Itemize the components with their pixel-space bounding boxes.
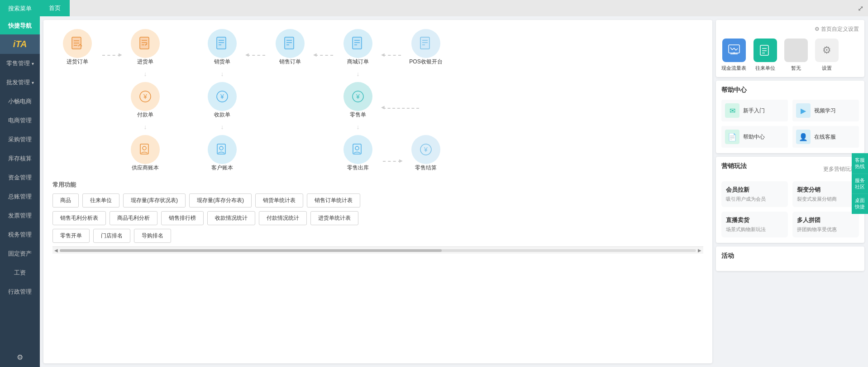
- func-btn-sales-order-stat[interactable]: 销售订单统计表: [307, 193, 360, 208]
- help-item-newbie[interactable]: ✉ 新手入门: [721, 100, 788, 121]
- group-card-title: 多人拼团: [797, 216, 854, 224]
- sidebar-item-tax[interactable]: 税务管理: [0, 225, 40, 244]
- common-funcs-title: 常用功能: [52, 181, 703, 189]
- svg-line-48: [732, 48, 734, 50]
- help-item-service[interactable]: 👤 在线客服: [792, 126, 859, 148]
- node-sales-receipt[interactable]: 销货单: [197, 29, 247, 66]
- sidebar-item-more[interactable]: 行政管理: [0, 282, 40, 301]
- tab-home[interactable]: 首页: [40, 0, 70, 16]
- func-row-1: 商品 往来单位 现存量(库存状况表) 现存量(库存分布表) 销货单统计表 销售订…: [52, 193, 703, 208]
- marketing-card-live[interactable]: 直播卖货 场景式购物新玩法: [721, 212, 788, 237]
- sidebar-settings-icon[interactable]: ⚙: [0, 348, 40, 367]
- float-btn-service[interactable]: 客服 热线: [852, 153, 868, 174]
- node-payment[interactable]: ¥ 付款单: [120, 82, 170, 119]
- node-label-retail-settlement: 零售结算: [415, 164, 437, 172]
- sidebar-item-fixed-assets[interactable]: 固定资产: [0, 244, 40, 263]
- func-btn-sales-stat[interactable]: 销货单统计表: [255, 193, 303, 208]
- node-circle-payment: ¥: [131, 82, 160, 111]
- func-btn-goods[interactable]: 商品: [52, 193, 79, 208]
- sidebar-inventory-label: 库存核算: [8, 155, 32, 163]
- expand-button[interactable]: ⤢: [853, 4, 868, 13]
- node-circle-retail-settlement: ¥: [411, 135, 440, 164]
- node-label-pos-open: POS收银开台: [409, 58, 442, 66]
- func-btn-sales-profit[interactable]: 销售毛利分析表: [52, 211, 106, 225]
- marketing-card-member[interactable]: 会员拉新 吸引用户成为会员: [721, 181, 788, 207]
- help-item-help[interactable]: 📄 帮助中心: [721, 126, 788, 148]
- node-mall-order[interactable]: 商城订单: [333, 29, 383, 66]
- quick-icon-contacts[interactable]: 往来单位: [754, 39, 777, 72]
- sidebar-ecom-mgr-label: 电商管理: [8, 116, 32, 125]
- node-purchase-order[interactable]: 进货订单: [52, 29, 102, 66]
- sidebar-purchase-label: 采购管理: [8, 135, 32, 144]
- sidebar-item-invoice[interactable]: 发票管理: [0, 206, 40, 225]
- fission-card-title: 裂变分销: [797, 186, 854, 194]
- func-btn-payment-stat[interactable]: 付款情况统计: [259, 211, 307, 225]
- func-btn-stock-status[interactable]: 现存量(库存状况表): [123, 193, 186, 208]
- func-btn-stock-dist[interactable]: 现存量(库存分布表): [189, 193, 252, 208]
- func-btn-purchase-stat[interactable]: 进货单统计表: [310, 211, 358, 225]
- sidebar-item-purchase[interactable]: 采购管理: [0, 130, 40, 149]
- sidebar-item-inventory[interactable]: 库存核算: [0, 149, 40, 168]
- service-icon: 👤: [796, 130, 811, 144]
- workflow-row-3-connectors: ↓ ↓ ↓: [52, 121, 703, 133]
- scroll-left-arrow[interactable]: ◀: [54, 248, 58, 253]
- sidebar-invoice-label: 发票管理: [8, 212, 32, 220]
- sidebar-item-retail[interactable]: 零售管理 ▾: [0, 54, 40, 73]
- settings-label: 设置: [822, 65, 832, 72]
- node-label-customer-account: 客户账本: [211, 164, 233, 172]
- marketing-card-group[interactable]: 多人拼团 拼团购物享受优惠: [792, 212, 859, 237]
- func-btn-store-rank[interactable]: 门店排名: [93, 229, 130, 243]
- scroll-right-arrow[interactable]: ▶: [698, 248, 701, 253]
- node-receipt[interactable]: ¥ 收款单: [197, 82, 247, 119]
- node-sales-order[interactable]: 销售订单: [265, 29, 315, 66]
- sidebar-item-ecom-mgr[interactable]: 电商管理: [0, 111, 40, 130]
- node-label-purchase-order: 进货订单: [67, 58, 88, 66]
- settings-gear-icon: ⚙: [822, 44, 831, 56]
- activity-section: 活动: [716, 246, 864, 271]
- func-btn-goods-profit[interactable]: 商品毛利分析: [110, 211, 157, 225]
- sidebar-item-finance[interactable]: 资金管理: [0, 168, 40, 187]
- svg-rect-15: [285, 37, 294, 49]
- sidebar-more-label: 行政管理: [8, 288, 32, 296]
- marketing-card-fission[interactable]: 裂变分销 裂变式发展分销商: [792, 181, 859, 207]
- node-retail-settlement[interactable]: ¥ 零售结算: [401, 135, 451, 172]
- node-circle-supplier: [131, 135, 160, 164]
- scroll-track[interactable]: [60, 249, 696, 252]
- chevron-down-icon: ▾: [32, 61, 34, 66]
- sidebar-retail-label: 零售管理: [6, 59, 30, 68]
- node-retail-outbound[interactable]: 零售出库: [333, 135, 383, 172]
- sidebar-search[interactable]: 搜索菜单: [0, 0, 40, 17]
- float-btn-community[interactable]: 服务 社区: [852, 174, 868, 194]
- left-panel: 进货订单: [43, 20, 712, 363]
- node-retail-bill[interactable]: ¥ 零售单: [333, 82, 383, 119]
- sidebar-item-ledger[interactable]: 总账管理: [0, 187, 40, 206]
- quick-icon-settings[interactable]: ⚙ 设置: [815, 39, 839, 72]
- node-purchase-receipt[interactable]: 进货单: [120, 29, 170, 66]
- node-label-supplier-account: 供应商账本: [132, 164, 159, 172]
- node-label-retail-bill: 零售单: [350, 111, 366, 119]
- sidebar-item-wholesale[interactable]: 批发管理 ▾: [0, 73, 40, 92]
- func-btn-contacts[interactable]: 往来单位: [82, 193, 119, 208]
- svg-text:¥: ¥: [220, 93, 224, 100]
- func-btn-retail-order[interactable]: 零售开单: [52, 229, 90, 243]
- contacts-icon-box: [754, 39, 777, 62]
- node-customer-account[interactable]: 客户账本: [197, 135, 247, 172]
- tab-bar: 首页 ⤢: [40, 0, 868, 16]
- node-pos-open[interactable]: POS收银开台: [401, 29, 451, 66]
- help-center-title: 帮助中心: [721, 86, 859, 94]
- sidebar-item-ecom-small[interactable]: 小畅电商: [0, 92, 40, 111]
- group-card-desc: 拼团购物享受优惠: [797, 226, 854, 233]
- float-btn-desktop[interactable]: 桌面 快捷: [852, 193, 868, 214]
- sidebar-item-salary[interactable]: 工资: [0, 263, 40, 282]
- func-btn-sales-rank[interactable]: 销售排行榜: [161, 211, 204, 225]
- svg-text:¥: ¥: [356, 93, 360, 100]
- help-item-video[interactable]: ▶ 视频学习: [792, 100, 859, 121]
- func-btn-guide-rank[interactable]: 导购排名: [134, 229, 171, 243]
- customize-link[interactable]: ⚙ 首页自定义设置: [815, 25, 859, 33]
- node-supplier-account[interactable]: 供应商账本: [120, 135, 170, 172]
- svg-line-50: [736, 48, 738, 50]
- func-btn-receipt-stat[interactable]: 收款情况统计: [207, 211, 255, 225]
- quick-icon-cashflow[interactable]: 现金流量表: [721, 39, 746, 72]
- activity-title: 活动: [721, 252, 859, 260]
- live-card-desc: 场景式购物新玩法: [726, 226, 783, 233]
